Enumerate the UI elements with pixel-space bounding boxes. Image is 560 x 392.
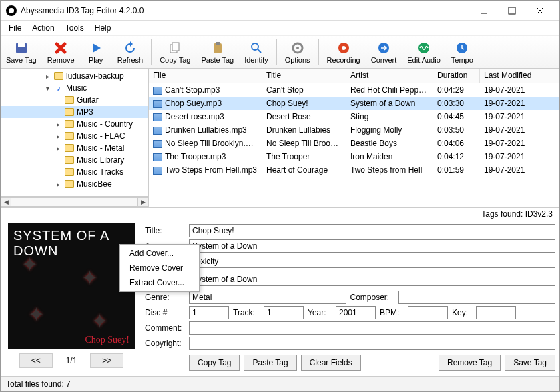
menu-help[interactable]: Help — [89, 22, 117, 34]
col-header-title[interactable]: Title — [262, 69, 346, 83]
save-tag-button-2[interactable]: Save Tag — [505, 355, 555, 371]
album-artist-field[interactable] — [189, 273, 555, 286]
minimize-button[interactable] — [470, 1, 498, 20]
edit-audio-button[interactable]: Edit Audio — [402, 39, 446, 65]
track-field[interactable] — [264, 306, 304, 319]
tree-item[interactable]: ▸MusicBee — [1, 178, 148, 190]
cover-art[interactable]: SYSTEM OF A DOWN ✦ ✦ ✦ ✦ Chop Suey! — [8, 223, 135, 349]
bpm-field[interactable] — [408, 306, 448, 319]
copy-tag-button[interactable]: Copy Tag — [154, 39, 196, 65]
menu-action[interactable]: Action — [27, 22, 59, 34]
tree-item[interactable]: MP3 — [1, 106, 148, 118]
scroll-right-button[interactable]: ▶ — [137, 197, 148, 207]
audio-file-icon — [153, 127, 162, 135]
album-field[interactable] — [189, 255, 555, 268]
artist-field[interactable] — [189, 239, 555, 253]
folder-icon — [65, 168, 74, 176]
title-field[interactable] — [189, 224, 555, 237]
convert-button[interactable]: Convert — [366, 39, 402, 65]
maximize-button[interactable] — [498, 1, 526, 20]
svg-line-13 — [258, 49, 261, 53]
svg-point-17 — [342, 46, 346, 50]
paste-tag-button-2[interactable]: Paste Tag — [244, 355, 296, 371]
file-list-body[interactable]: Can't Stop.mp3Can't StopRed Hot Chili Pe… — [149, 83, 559, 207]
clear-fields-button[interactable]: Clear Fields — [301, 355, 361, 371]
save-tag-button[interactable]: Save Tag — [1, 39, 42, 65]
tempo-button[interactable]: Tempo — [446, 39, 479, 65]
clock-icon — [455, 41, 469, 55]
file-list-header[interactable]: File Title Artist Duration Last Modified — [149, 69, 559, 83]
svg-point-12 — [252, 43, 258, 50]
folder-icon — [54, 72, 63, 80]
copy-tag-button-2[interactable]: Copy Tag — [189, 355, 240, 371]
cell-file: Drunken Lullabies.mp3 — [149, 124, 262, 136]
file-row[interactable]: Drunken Lullabies.mp3Drunken LullabiesFl… — [149, 123, 559, 137]
recording-button[interactable]: Recording — [322, 39, 366, 65]
identify-button[interactable]: Identify — [239, 39, 273, 65]
cell-file: Chop Suey.mp3 — [149, 97, 262, 109]
tree-scrollbar[interactable]: ◀ ▶ — [1, 196, 148, 207]
comment-field[interactable] — [189, 321, 555, 335]
svg-point-15 — [296, 47, 299, 49]
folder-tree[interactable]: ▸ludusavi-backup▾♪MusicGuitarMP3▸Music -… — [1, 69, 148, 196]
cover-context-menu: Add Cover... Remove Cover Extract Cover.… — [119, 244, 200, 292]
scroll-track[interactable] — [11, 197, 137, 207]
composer-field[interactable] — [398, 291, 556, 304]
tree-item-label: ludusavi-backup — [66, 71, 124, 81]
cell-title: Can't Stop — [262, 84, 346, 96]
svg-rect-6 — [18, 43, 25, 47]
ctx-remove-cover[interactable]: Remove Cover — [121, 261, 198, 275]
cell-duration: 0:03:30 — [433, 97, 480, 109]
cover-prev-button[interactable]: << — [19, 353, 53, 368]
save-icon — [14, 41, 29, 55]
tree-item-label: Guitar — [77, 95, 99, 105]
col-header-artist[interactable]: Artist — [346, 69, 433, 83]
remove-tag-button[interactable]: Remove Tag — [439, 355, 501, 371]
file-row[interactable]: The Trooper.mp3The TrooperIron Maiden0:0… — [149, 150, 559, 163]
tree-item[interactable]: Music Tracks — [1, 166, 148, 178]
cell-title: Chop Suey! — [262, 97, 346, 109]
copyright-field[interactable] — [189, 337, 555, 350]
close-button[interactable] — [526, 1, 554, 20]
refresh-button[interactable]: Refresh — [112, 39, 149, 65]
tree-item[interactable]: ▸Music - Country — [1, 118, 148, 130]
col-header-file[interactable]: File — [149, 69, 262, 83]
refresh-icon — [123, 41, 137, 55]
label-genre: Genre: — [145, 293, 185, 302]
tree-item-label: Music - Metal — [77, 143, 124, 153]
menubar: File Action Tools Help — [1, 21, 559, 35]
scroll-left-button[interactable]: ◀ — [1, 197, 11, 207]
tree-item[interactable]: ▸Music - FLAC — [1, 130, 148, 142]
tree-item[interactable]: Music Library — [1, 154, 148, 166]
col-header-duration[interactable]: Duration — [433, 69, 480, 83]
tree-item[interactable]: ▸ludusavi-backup — [1, 70, 148, 82]
cover-next-button[interactable]: >> — [90, 353, 123, 368]
svg-point-0 — [9, 8, 14, 13]
genre-field[interactable] — [189, 291, 346, 304]
file-row[interactable]: Two Steps From Hell.mp3Heart of CourageT… — [149, 163, 559, 177]
tree-item[interactable]: ▸Music - Metal — [1, 142, 148, 154]
cell-duration: 0:04:45 — [433, 111, 480, 123]
cell-title: The Trooper — [262, 151, 346, 163]
col-header-modified[interactable]: Last Modified — [480, 69, 559, 83]
ctx-extract-cover[interactable]: Extract Cover... — [121, 275, 198, 290]
remove-button[interactable]: Remove — [42, 39, 80, 65]
file-row[interactable]: Can't Stop.mp3Can't StopRed Hot Chili Pe… — [149, 83, 559, 97]
menu-tools[interactable]: Tools — [60, 22, 89, 34]
paste-tag-button[interactable]: Paste Tag — [196, 39, 239, 65]
label-disc: Disc # — [145, 308, 185, 317]
tree-item[interactable]: Guitar — [1, 94, 148, 106]
options-button[interactable]: Options — [280, 39, 316, 65]
ctx-add-cover[interactable]: Add Cover... — [121, 246, 198, 261]
year-field[interactable] — [336, 306, 376, 319]
file-row[interactable]: Chop Suey.mp3Chop Suey!System of a Down0… — [149, 97, 559, 110]
tree-item[interactable]: ▾♪Music — [1, 82, 148, 94]
cell-artist: Two Steps from Hell — [346, 164, 433, 176]
key-field[interactable] — [476, 306, 516, 319]
menu-file[interactable]: File — [3, 22, 27, 34]
cover-pager: << 1/1 >> — [19, 353, 124, 368]
file-row[interactable]: Desert rose.mp3Desert RoseSting0:04:4519… — [149, 110, 559, 123]
disc-field[interactable] — [189, 306, 229, 319]
file-row[interactable]: No Sleep Till Brooklyn.mp3No Sleep Till … — [149, 137, 559, 150]
play-button[interactable]: Play — [80, 39, 112, 65]
